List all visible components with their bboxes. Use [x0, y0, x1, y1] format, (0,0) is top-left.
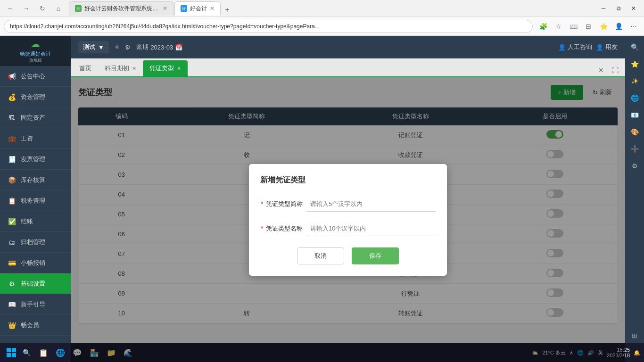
restore-button[interactable]: ⧉ — [612, 3, 625, 14]
name-input[interactable] — [306, 221, 436, 236]
abbr-input[interactable] — [306, 197, 436, 212]
tab-close-1[interactable]: ✕ — [163, 5, 167, 12]
right-panel-ai-icon[interactable]: ✨ — [627, 74, 642, 89]
modal-title: 新增凭证类型 — [260, 175, 436, 185]
sidebar-item-label-announcement: 公告中心 — [21, 72, 45, 81]
refresh-button[interactable]: ↻ — [36, 2, 49, 15]
inventory-icon: 📦 — [8, 176, 16, 184]
settings-header-button[interactable]: ⚙ — [125, 44, 131, 51]
window-controls: ─ ⧉ ✕ — [597, 3, 640, 14]
tab-subject-period[interactable]: 科目期初 ✕ — [98, 60, 143, 76]
tab-subject-period-label: 科目期初 — [105, 64, 129, 73]
split-screen-icon[interactable]: ⊟ — [582, 20, 595, 33]
sidebar-item-funds[interactable]: 💰 资金管理 — [0, 87, 71, 107]
announcement-icon: 📢 — [8, 73, 16, 80]
tab-title-2: 好会计 — [190, 5, 207, 13]
sidebar-item-new-guide[interactable]: 📖 新手引导 — [0, 294, 71, 315]
browser-tab-list: 云 好会计云财务软件管理系统_会计 ✕ 好 好会计 ✕ + — [69, 1, 597, 16]
favorites-icon[interactable]: ☆ — [552, 20, 565, 33]
sidebar-item-label-expense: 小畅报销 — [21, 259, 45, 267]
user-icon: 👤 — [596, 44, 603, 51]
tab-close-window-button[interactable]: ✕ — [595, 64, 607, 76]
taskbar-start-button[interactable] — [4, 345, 19, 360]
right-panel-search-icon[interactable]: 🔍 — [627, 40, 642, 55]
sidebar-item-archive[interactable]: 🗂 归档管理 — [0, 232, 71, 253]
browser-tab-1[interactable]: 云 好会计云财务软件管理系统_会计 ✕ — [69, 1, 173, 16]
svg-rect-2 — [7, 353, 11, 357]
sidebar-item-invoice[interactable]: 🧾 发票管理 — [0, 149, 71, 170]
svg-rect-1 — [12, 348, 16, 352]
minimize-button[interactable]: ─ — [597, 3, 610, 14]
address-input[interactable] — [4, 20, 533, 33]
page-tab-bar: 首页 科目期初 ✕ 凭证类型 ✕ ✕ ⛶ — [71, 58, 625, 77]
tab-title-1: 好会计云财务软件管理系统_会计 — [84, 5, 160, 13]
tab-maximize-button[interactable]: ⛶ — [609, 64, 621, 76]
extensions-icon[interactable]: 🧩 — [537, 20, 550, 33]
settlement-icon: ✅ — [8, 218, 16, 225]
sidebar-item-label-member: 畅会员 — [21, 321, 39, 329]
taskbar-app-file-explorer[interactable]: 📋 — [36, 345, 51, 360]
tab-subject-period-close[interactable]: ✕ — [132, 66, 136, 72]
browser-controls: ← → ↻ ⌂ — [4, 2, 65, 15]
tab-home[interactable]: 首页 — [73, 60, 98, 76]
name-required-star: * — [261, 225, 263, 232]
right-panel-star-icon[interactable]: ⭐ — [627, 57, 642, 72]
add-company-button[interactable]: + — [115, 42, 120, 52]
taskbar-search-button[interactable]: 🔍 — [19, 345, 34, 360]
collections-icon[interactable]: ⭐ — [597, 20, 610, 33]
logo-icon: ☁ — [31, 38, 40, 49]
user-button[interactable]: 👤 用友 — [596, 43, 618, 51]
right-panel-theme-icon[interactable]: 🎨 — [627, 124, 642, 140]
sidebar-item-expense[interactable]: 💳 小畅报销 — [0, 253, 71, 273]
period-calendar-icon: 📅 — [175, 44, 182, 51]
sidebar-item-inventory[interactable]: 📦 库存核算 — [0, 170, 71, 190]
tab-voucher-type-close[interactable]: ✕ — [177, 66, 181, 72]
address-bar: 🧩 ☆ 📖 ⊟ ⭐ 👤 ⋯ — [0, 17, 644, 36]
taskbar-app-chrome[interactable]: 🌐 — [53, 345, 68, 360]
browser-tab-2[interactable]: 好 好会计 ✕ — [174, 1, 221, 16]
sidebar-item-member[interactable]: 👑 畅会员 — [0, 315, 71, 336]
tab-max-buttons: ✕ ⛶ — [595, 64, 623, 76]
home-button[interactable]: ⌂ — [52, 2, 65, 15]
sidebar-item-salary[interactable]: 💼 工资 — [0, 128, 71, 149]
new-tab-button[interactable]: + — [222, 4, 233, 16]
tab-favicon-2: 好 — [181, 5, 187, 12]
archive-icon: 🗂 — [8, 239, 16, 246]
sidebar-item-label-basic-settings: 基础设置 — [21, 280, 45, 288]
invoice-icon: 🧾 — [8, 156, 16, 163]
modal-overlay: 新增凭证类型 * 凭证类型简称 * 凭证类型名称 — [71, 77, 625, 362]
basic-settings-icon: ⚙ — [8, 280, 16, 288]
app-header: 测试 ▼ + ⚙ 账期 2023-03 📅 👤 人工咨询 👤 用友 — [71, 36, 625, 58]
tab-home-label: 首页 — [79, 64, 91, 73]
help-button[interactable]: 👤 人工咨询 — [558, 43, 592, 51]
member-icon: 👑 — [8, 321, 16, 329]
right-panel-email-icon[interactable]: 📧 — [627, 107, 642, 123]
right-panel-settings-icon[interactable]: ⚙ — [627, 158, 642, 173]
tray-notification-icon[interactable]: 🔔 — [634, 350, 640, 356]
right-panel-globe-icon[interactable]: 🌐 — [627, 90, 642, 106]
sidebar-item-fixed-assets[interactable]: 🏗 固定资产 — [0, 107, 71, 128]
tab-voucher-type[interactable]: 凭证类型 ✕ — [143, 60, 188, 76]
close-button[interactable]: ✕ — [627, 3, 640, 14]
logo-text: 畅捷通好会计 — [20, 50, 51, 58]
back-button[interactable]: ← — [4, 2, 17, 15]
sidebar-item-tax[interactable]: 📋 税务管理 — [0, 190, 71, 211]
company-selector[interactable]: 测试 ▼ — [78, 41, 109, 53]
reading-icon[interactable]: 📖 — [567, 20, 580, 33]
right-panel-grid-icon[interactable]: ⊞ — [627, 328, 642, 343]
right-panel-add-icon[interactable]: ➕ — [627, 141, 642, 156]
funds-icon: 💰 — [8, 93, 16, 101]
new-voucher-type-modal: 新增凭证类型 * 凭证类型简称 * 凭证类型名称 — [249, 164, 447, 276]
sidebar-item-basic-settings[interactable]: ⚙ 基础设置 — [0, 273, 71, 294]
sidebar-item-announcement[interactable]: 📢 公告中心 — [0, 66, 71, 87]
settings-icon[interactable]: ⋯ — [627, 20, 640, 33]
sidebar-item-label-inventory: 库存核算 — [21, 176, 45, 184]
forward-button[interactable]: → — [20, 2, 33, 15]
modal-actions: 取消 保存 — [260, 247, 436, 264]
profile-icon[interactable]: 👤 — [612, 20, 625, 33]
save-button[interactable]: 保存 — [352, 247, 399, 264]
name-form-row: * 凭证类型名称 — [260, 221, 436, 236]
cancel-button[interactable]: 取消 — [297, 247, 344, 264]
tab-close-2[interactable]: ✕ — [210, 5, 215, 12]
sidebar-item-settlement[interactable]: ✅ 结账 — [0, 211, 71, 232]
